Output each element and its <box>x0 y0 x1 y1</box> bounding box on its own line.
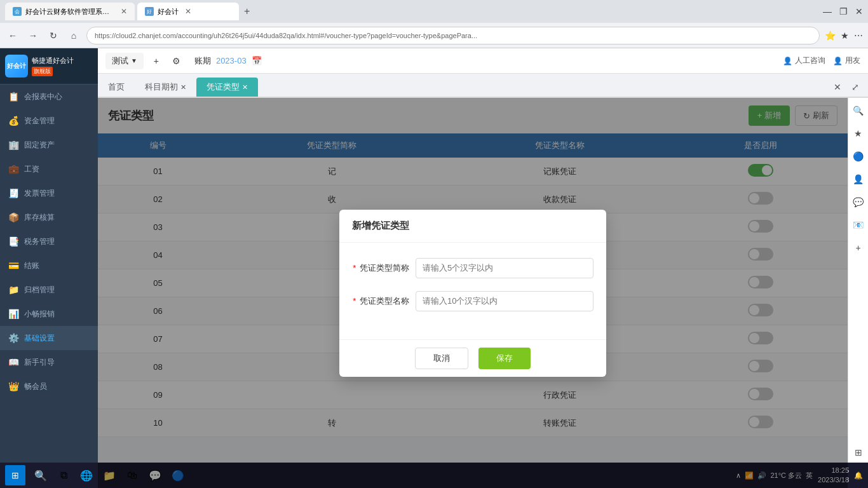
logo-line1: 畅捷通好会计 <box>32 56 74 65</box>
sidebar-item-expense[interactable]: 📊 小畅报销 <box>0 302 98 326</box>
logo-badge: 旗舰版 <box>32 67 53 76</box>
sidebar-item-invoice[interactable]: 🧾 发票管理 <box>0 181 98 205</box>
forward-button[interactable]: → <box>25 28 41 43</box>
sidebar-item-archive[interactable]: 📁 归档管理 <box>0 278 98 302</box>
dashboard-icon: 📋 <box>8 91 19 102</box>
consult-label: 人工咨询 <box>795 55 825 66</box>
tab-voucher-close[interactable]: ✕ <box>242 83 248 92</box>
sidebar-item-label-4: 发票管理 <box>24 188 55 199</box>
sidebar-item-assets[interactable]: 🏢 固定资产 <box>0 133 98 157</box>
user-button[interactable]: 👤 用友 <box>833 55 860 66</box>
input-abbr[interactable] <box>416 258 593 278</box>
sidebar-item-dashboard[interactable]: 📋 会报表中心 <box>0 85 98 109</box>
top-right: 👤 人工咨询 👤 用友 <box>783 55 860 66</box>
tab-subject[interactable]: 科目期初 ✕ <box>135 78 196 97</box>
right-add-icon[interactable]: + <box>851 240 866 255</box>
minimize-button[interactable]: — <box>823 6 832 17</box>
sidebar-item-member[interactable]: 👑 畅会员 <box>0 374 98 398</box>
sidebar-item-settings[interactable]: ⚙️ 基础设置 <box>0 326 98 350</box>
sidebar-item-label-9: 小畅报销 <box>24 309 55 320</box>
sidebar-item-capital[interactable]: 💰 资金管理 <box>0 109 98 133</box>
period-info: 账期 2023-03 📅 <box>194 55 262 67</box>
member-icon: 👑 <box>8 381 19 392</box>
tab-home[interactable]: 首页 <box>98 78 135 97</box>
user-name: 用友 <box>845 55 860 66</box>
workspace-selector[interactable]: 测试 ▼ <box>105 53 144 69</box>
consult-button[interactable]: 👤 人工咨询 <box>783 55 825 66</box>
tab-expand-icon[interactable]: ⤢ <box>848 79 863 95</box>
right-chat-icon[interactable]: 💬 <box>851 194 866 210</box>
taskbar-browser-icon[interactable]: 🌐 <box>76 465 97 485</box>
topbar: 测试 ▼ + ⚙ 账期 2023-03 📅 👤 人工咨询 👤 用友 <box>98 48 868 74</box>
tab2-favicon: 好 <box>145 7 154 16</box>
right-grid-icon[interactable]: ⊞ <box>851 445 866 460</box>
content-wrapper: 测试 ▼ + ⚙ 账期 2023-03 📅 👤 人工咨询 👤 用友 <box>98 48 868 488</box>
workspace-chevron-icon: ▼ <box>131 57 137 64</box>
logo-icon: 好会计 <box>5 55 28 78</box>
guide-icon: 📖 <box>8 356 19 368</box>
tax-icon: 📑 <box>8 236 19 247</box>
taskbar-multitask-icon[interactable]: ⧉ <box>53 465 74 485</box>
extensions-icon[interactable]: ⭐ <box>825 30 836 41</box>
window-controls: — ❐ ✕ <box>823 6 863 17</box>
form-row-abbr: * 凭证类型简称 <box>352 258 593 278</box>
tab-actions: ✕ ⤢ <box>830 79 868 95</box>
cancel-button[interactable]: 取消 <box>415 348 468 369</box>
sidebar-item-checkout[interactable]: 💳 结账 <box>0 254 98 278</box>
consult-icon: 👤 <box>783 57 792 65</box>
checkout-icon: 💳 <box>8 260 19 271</box>
maximize-button[interactable]: ❐ <box>839 6 848 17</box>
content-area: 凭证类型 + 新增 ↻ 刷新 编号 凭证类型简称 <box>98 98 868 488</box>
sidebar-item-salary[interactable]: 💼 工资 <box>0 157 98 181</box>
right-mail-icon[interactable]: 📧 <box>851 217 866 233</box>
salary-icon: 💼 <box>8 163 19 175</box>
tab-voucher-label: 凭证类型 <box>207 81 240 93</box>
tab-subject-close[interactable]: ✕ <box>180 83 186 92</box>
modal-footer: 取消 保存 <box>339 339 606 377</box>
logo-text: 畅捷通好会计 旗舰版 <box>32 56 74 76</box>
calendar-icon[interactable]: 📅 <box>252 56 262 65</box>
right-person-icon[interactable]: 👤 <box>851 172 866 187</box>
favorites-icon[interactable]: ★ <box>841 30 849 41</box>
start-button[interactable]: ⊞ <box>5 465 25 485</box>
sidebar-item-guide[interactable]: 📖 新手引导 <box>0 350 98 374</box>
sidebar-item-label-1: 资金管理 <box>24 116 55 126</box>
tab-voucher-type[interactable]: 凭证类型 ✕ <box>196 78 258 97</box>
home-button[interactable]: ⌂ <box>66 28 81 43</box>
right-star-icon[interactable]: ★ <box>851 126 866 141</box>
tab-minimize-icon[interactable]: ✕ <box>830 79 845 95</box>
form-row-name: * 凭证类型名称 <box>352 291 593 311</box>
input-name[interactable] <box>416 291 593 311</box>
tab-bar: 首页 科目期初 ✕ 凭证类型 ✕ ✕ ⤢ <box>98 74 868 98</box>
modal-header: 新增凭证类型 <box>339 210 606 243</box>
save-button[interactable]: 保存 <box>478 348 531 369</box>
taskbar-search-icon[interactable]: 🔍 <box>31 465 51 485</box>
tab2-close[interactable]: ✕ <box>185 7 191 16</box>
sidebar: 好会计 畅捷通好会计 旗舰版 📋 会报表中心 💰 资金管理 🏢 固定资产 💼 工… <box>0 48 98 488</box>
right-history-icon[interactable]: 🔵 <box>851 149 866 164</box>
sidebar-item-inventory[interactable]: 📦 库存核算 <box>0 205 98 229</box>
close-button[interactable]: ✕ <box>855 6 863 17</box>
sidebar-item-tax[interactable]: 📑 税务管理 <box>0 229 98 254</box>
label-name-text: 凭证类型名称 <box>360 296 409 306</box>
reload-button[interactable]: ↻ <box>46 28 61 43</box>
right-panel: 🔍 ★ 🔵 👤 💬 📧 + ⊞ ⚙ <box>848 98 868 488</box>
form-label-abbr: * 凭证类型简称 <box>352 262 416 274</box>
new-tab-button[interactable]: + <box>244 6 250 17</box>
tab1-close[interactable]: ✕ <box>121 7 127 16</box>
address-input[interactable]: https://cloud2.chanjet.com/accounting/uh… <box>86 27 820 44</box>
browser-toolbar-icons: ⭐ ★ ⋯ <box>825 30 863 41</box>
workspace-settings-button[interactable]: ⚙ <box>169 53 184 69</box>
browser-tab-2[interactable]: 好 好会计 ✕ <box>137 3 239 20</box>
period-value: 2023-03 <box>216 56 247 65</box>
modal-overlay: 新增凭证类型 * 凭证类型简称 <box>98 98 848 488</box>
sidebar-item-label-8: 归档管理 <box>24 285 55 295</box>
user-avatar-icon: 👤 <box>833 57 843 65</box>
add-workspace-button[interactable]: + <box>149 53 164 69</box>
notification-icon[interactable]: 🔔 <box>854 471 863 480</box>
more-icon[interactable]: ⋯ <box>854 30 863 41</box>
sidebar-item-label-0: 会报表中心 <box>24 92 62 102</box>
right-search-icon[interactable]: 🔍 <box>851 103 866 118</box>
browser-tab-1[interactable]: 会 好会计云财务软件管理系统_会计 ✕ <box>5 3 135 20</box>
back-button[interactable]: ← <box>5 28 20 43</box>
